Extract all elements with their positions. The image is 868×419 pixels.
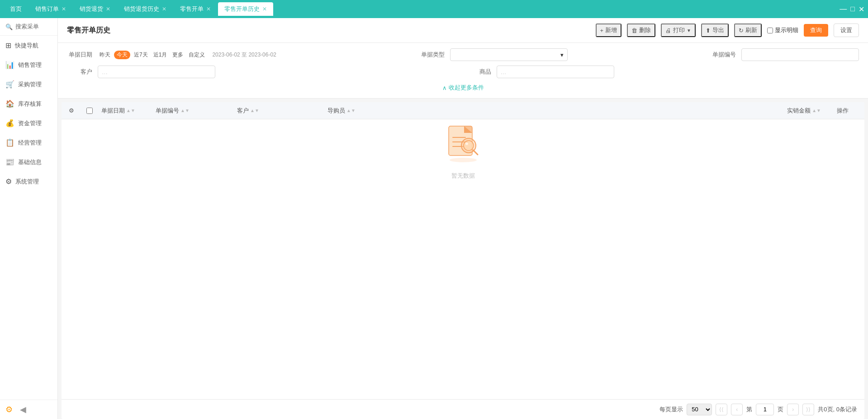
export-icon: ⬆	[706, 27, 711, 34]
order-type-select[interactable]: ▾	[450, 48, 568, 61]
empty-state: 暂无数据	[62, 119, 864, 180]
col-date-label: 单据日期	[101, 107, 125, 115]
per-page-select[interactable]: 10 20 50 100	[687, 404, 712, 415]
tab-sales-return-history[interactable]: 销货退货历史 ✕	[118, 2, 173, 16]
table-col-actions: 操作	[825, 107, 861, 115]
first-page-button[interactable]: ⟨⟨	[716, 404, 727, 415]
table-col-customer[interactable]: 客户 ▲▼	[233, 107, 324, 115]
table-col-guide[interactable]: 导购员 ▲▼	[324, 107, 378, 115]
sidebar-item-quick-nav[interactable]: ⊞ 快捷导航	[0, 36, 57, 55]
order-no-sort-icon[interactable]: ▲▼	[180, 108, 190, 113]
sidebar-item-operations[interactable]: 📋 经营管理	[0, 133, 57, 152]
sidebar-gear-button[interactable]: ⚙	[5, 405, 13, 414]
print-button[interactable]: 🖨 打印 ▼	[661, 24, 696, 37]
query-button[interactable]: 查询	[804, 24, 828, 37]
sidebar-item-system-label: 系统管理	[15, 178, 39, 186]
sidebar-item-inventory[interactable]: 🏠 库存核算	[0, 94, 57, 113]
table-col-order-no[interactable]: 单据编号 ▲▼	[152, 107, 233, 115]
search-icon: 🔍	[5, 24, 13, 30]
sidebar-item-sales-mgmt[interactable]: 📊 销售管理	[0, 55, 57, 75]
date-btn-custom[interactable]: 自定义	[187, 51, 207, 59]
tab-sales-return[interactable]: 销货退货 ✕	[73, 2, 117, 16]
tab-sales-order[interactable]: 销售订单 ✕	[29, 2, 72, 16]
svg-line-10	[473, 150, 478, 155]
tab-retail-open[interactable]: 零售开单 ✕	[174, 2, 217, 16]
collapse-button[interactable]: ∧ 收起更多条件	[442, 83, 484, 93]
delete-icon: 🗑	[631, 27, 637, 34]
minimize-button[interactable]: —	[840, 5, 847, 13]
print-dropdown-icon: ▼	[687, 28, 691, 33]
col-guide-label: 导购员	[327, 107, 345, 115]
table-area: ⚙ 单据日期 ▲▼ 单据编号 ▲▼ 客户 ▲▼ 导购员	[62, 102, 864, 419]
tab-retail-open-history-close[interactable]: ✕	[262, 6, 267, 12]
main-layout: 🔍 搜索采单 ⊞ 快捷导航 📊 销售管理 🛒 采购管理 🏠 库存核算 💰 资金管…	[0, 18, 868, 419]
sidebar-collapse-button[interactable]: ◀	[20, 405, 26, 414]
display-detail-checkbox[interactable]	[767, 28, 773, 33]
svg-point-9	[464, 141, 474, 151]
sidebar-item-quick-nav-label: 快捷导航	[15, 42, 38, 50]
date-btn-1month[interactable]: 近1月	[152, 51, 169, 59]
pagination: 每页显示 10 20 50 100 ⟨⟨ ‹ 第 页 › ⟩⟩ 共0页, 0条记…	[62, 399, 864, 419]
last-page-button[interactable]: ⟩⟩	[802, 404, 814, 415]
tab-retail-open-close[interactable]: ✕	[206, 6, 211, 12]
info-icon: 📰	[5, 158, 14, 166]
top-tabs-bar: 首页 销售订单 ✕ 销货退货 ✕ 销货退货历史 ✕ 零售开单 ✕ 零售开单历史 …	[0, 0, 868, 18]
sidebar-item-finance-label: 资金管理	[18, 119, 42, 127]
display-detail-label: 显示明细	[775, 26, 798, 34]
table-body: 暂无数据	[62, 119, 864, 399]
next-page-button[interactable]: ›	[787, 404, 799, 415]
cart-icon: 🛒	[5, 80, 14, 89]
prev-page-button[interactable]: ‹	[731, 404, 743, 415]
date-sort-icon[interactable]: ▲▼	[126, 108, 135, 113]
sidebar-item-operations-label: 经营管理	[18, 139, 42, 147]
tab-sales-order-close[interactable]: ✕	[62, 6, 66, 12]
table-col-checkbox[interactable]	[81, 108, 98, 114]
customer-sort-icon[interactable]: ▲▼	[250, 108, 259, 113]
table-select-all-checkbox[interactable]	[86, 108, 93, 114]
toolbar: + 新增 🗑 删除 🖨 打印 ▼ ⬆ 导出 ↻ 刷新	[596, 24, 859, 42]
display-detail-checkbox-wrapper[interactable]: 显示明细	[767, 26, 798, 34]
sidebar-item-basic-info[interactable]: 📰 基础信息	[0, 152, 57, 172]
date-btn-more[interactable]: 更多	[171, 51, 185, 59]
sidebar-item-system[interactable]: ⚙ 系统管理	[0, 172, 57, 191]
collapse-label: 收起更多条件	[449, 84, 484, 92]
tab-sales-return-close[interactable]: ✕	[106, 6, 110, 12]
content-area: 零售开单历史 + 新增 🗑 删除 🖨 打印 ▼ ⬆ 导出	[58, 18, 868, 419]
filter-row-1: 单据日期 昨天 今天 近7天 近1月 更多 自定义 2023-06-02 至 2…	[67, 48, 859, 61]
customer-input[interactable]: …	[98, 66, 215, 78]
sidebar-search[interactable]: 🔍 搜索采单	[0, 18, 57, 36]
refresh-label: 刷新	[745, 26, 757, 34]
tab-retail-open-history-label: 零售开单历史	[224, 5, 260, 13]
tab-retail-open-history[interactable]: 零售开单历史 ✕	[218, 2, 273, 16]
refresh-button[interactable]: ↻ 刷新	[734, 24, 762, 37]
table-settings-icon[interactable]: ⚙	[69, 107, 74, 114]
export-button[interactable]: ⬆ 导出	[701, 24, 729, 37]
add-button[interactable]: + 新增	[596, 24, 622, 37]
table-col-settings[interactable]: ⚙	[65, 107, 81, 114]
amount-sort-icon[interactable]: ▲▼	[812, 108, 821, 113]
date-btn-yesterday[interactable]: 昨天	[98, 51, 112, 59]
date-btn-today[interactable]: 今天	[114, 51, 130, 59]
settings-button[interactable]: 设置	[834, 24, 859, 37]
tab-home[interactable]: 首页	[4, 2, 28, 16]
sidebar-item-finance[interactable]: 💰 资金管理	[0, 113, 57, 133]
maximize-button[interactable]: □	[850, 5, 855, 13]
customer-label: 客户	[67, 68, 92, 76]
delete-button[interactable]: 🗑 删除	[627, 24, 655, 37]
order-no-input[interactable]	[741, 48, 859, 61]
sidebar: 🔍 搜索采单 ⊞ 快捷导航 📊 销售管理 🛒 采购管理 🏠 库存核算 💰 资金管…	[0, 18, 58, 419]
date-range-display: 2023-06-02 至 2023-06-02	[212, 51, 276, 59]
date-btn-7days[interactable]: 近7天	[132, 51, 150, 59]
product-input[interactable]: …	[497, 66, 614, 78]
grid-icon: ⊞	[5, 41, 11, 50]
guide-sort-icon[interactable]: ▲▼	[346, 108, 356, 113]
sidebar-item-purchase-mgmt[interactable]: 🛒 采购管理	[0, 75, 57, 94]
current-page-input[interactable]	[756, 404, 774, 415]
sidebar-item-inventory-label: 库存核算	[18, 100, 42, 108]
filter-collapse-row: ∧ 收起更多条件	[67, 83, 859, 93]
tab-sales-return-history-close[interactable]: ✕	[162, 6, 166, 12]
table-col-date[interactable]: 单据日期 ▲▼	[98, 107, 152, 115]
table-col-amount[interactable]: 实销金额 ▲▼	[378, 107, 825, 115]
chart-icon: 📊	[5, 61, 14, 69]
close-button[interactable]: ✕	[859, 5, 864, 14]
